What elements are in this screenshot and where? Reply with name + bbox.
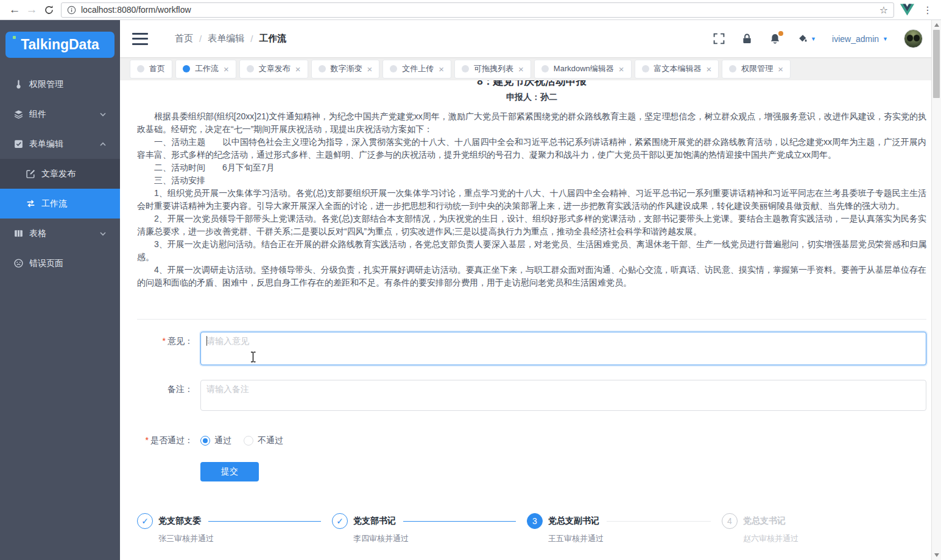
compose-icon bbox=[26, 169, 36, 179]
tag-article-publish[interactable]: 文章发布 × bbox=[239, 60, 308, 79]
doc-paragraph: 根据县委组织部(组织[20xx]21)文件通知精神，为纪念中国共产党建党xx周年… bbox=[137, 110, 926, 136]
close-icon[interactable]: × bbox=[295, 65, 301, 74]
fullscreen-button[interactable] bbox=[713, 33, 725, 45]
radio-reject[interactable]: 不通过 bbox=[244, 435, 283, 446]
step-number: 3 bbox=[527, 513, 543, 529]
radio-pass[interactable]: 通过 bbox=[200, 435, 231, 446]
scrollbar-thumb[interactable] bbox=[933, 30, 940, 98]
address-bar[interactable]: localhost:8080/form/workflow ☆ bbox=[61, 2, 894, 18]
application-document: 8：建党节庆祝活动申报 申报人：孙二 根据县委组织部(组织[20xx]21)文件… bbox=[137, 80, 926, 310]
sidebar-menu: 权限管理 组件 表单编辑 bbox=[0, 69, 120, 278]
remark-input[interactable] bbox=[201, 380, 926, 410]
browser-toolbar: ← → localhost:8080/form/workflow ☆ ⋮ bbox=[0, 0, 941, 20]
doc-paragraph: 三、活动安排 bbox=[137, 174, 926, 187]
app-logo: TalkingData bbox=[5, 32, 115, 58]
user-dropdown[interactable]: iview_admin ▼ bbox=[832, 34, 888, 44]
browser-reload-button[interactable] bbox=[40, 1, 57, 18]
doc-paragraph: 1、组织党员开展一次集体学习活动。各党(总)支部要组织开展一次集体学习讨论，重点… bbox=[137, 187, 926, 212]
browser-menu-icon[interactable]: ⋮ bbox=[923, 4, 932, 16]
close-icon[interactable]: × bbox=[619, 65, 624, 74]
radio-label: 通过 bbox=[214, 435, 231, 446]
chevron-up-icon bbox=[99, 141, 107, 148]
opened-tags-bar: 首页 工作流 × 文章发布 × 数字渐变 × 文件上传 × bbox=[120, 57, 941, 80]
logo-text: TalkingData bbox=[21, 37, 99, 53]
breadcrumb-form-edit[interactable]: 表单编辑 bbox=[208, 33, 244, 44]
tag-draggable-list[interactable]: 可拖拽列表 × bbox=[454, 60, 531, 79]
tag-workflow[interactable]: 工作流 × bbox=[175, 60, 236, 79]
sidebar-item-permissions[interactable]: 权限管理 bbox=[0, 69, 120, 99]
step-3-current: 3 党总支副书记 王五审核并通过 bbox=[527, 513, 722, 544]
bookmark-star-icon[interactable]: ☆ bbox=[879, 4, 888, 16]
browser-forward-button[interactable]: → bbox=[23, 1, 40, 18]
sidebar-submenu-form-edit: 文章发布 工作流 bbox=[0, 159, 120, 219]
tag-label: 首页 bbox=[149, 63, 165, 74]
checkbox-icon bbox=[13, 139, 24, 149]
close-icon[interactable]: × bbox=[439, 65, 444, 74]
sidebar-item-workflow[interactable]: 工作流 bbox=[0, 189, 120, 219]
tag-rich-text-editor[interactable]: 富文本编辑器 × bbox=[635, 60, 719, 79]
close-icon[interactable]: × bbox=[778, 65, 783, 74]
caret-down-icon: ▼ bbox=[811, 36, 816, 42]
error-face-icon bbox=[13, 258, 24, 268]
table-icon bbox=[13, 228, 24, 239]
step-title: 党支部支委 bbox=[158, 516, 201, 527]
user-avatar[interactable] bbox=[904, 29, 923, 48]
tag-label: 文件上传 bbox=[402, 63, 434, 74]
radio-circle bbox=[244, 436, 253, 446]
step-title: 党总支书记 bbox=[743, 516, 786, 527]
opinion-label: *意见： bbox=[137, 332, 200, 347]
chevron-down-icon bbox=[99, 230, 107, 237]
step-2: ✓ 党支部书记 李四审核并通过 bbox=[332, 513, 527, 544]
tag-label: 富文本编辑器 bbox=[654, 63, 702, 74]
theme-switch-button[interactable]: ▼ bbox=[797, 33, 816, 44]
thermometer-icon bbox=[13, 79, 24, 89]
tag-permissions[interactable]: 权限管理 × bbox=[722, 60, 791, 79]
sidebar-item-form-edit[interactable]: 表单编辑 bbox=[0, 129, 120, 159]
close-icon[interactable]: × bbox=[367, 65, 373, 74]
ibeam-cursor bbox=[250, 351, 256, 363]
sidebar-item-label: 错误页面 bbox=[29, 258, 63, 269]
pass-radio-group: 通过 不通过 bbox=[200, 435, 283, 446]
tag-label: 数字渐变 bbox=[331, 63, 362, 74]
scrollbar-down-arrow[interactable] bbox=[932, 551, 941, 559]
remark-textarea-wrap bbox=[200, 380, 926, 411]
sidebar-item-article-publish[interactable]: 文章发布 bbox=[0, 159, 120, 189]
page-scrollbar[interactable] bbox=[931, 20, 941, 560]
approval-steps: ✓ 党支部支委 张三审核并通过 ✓ 党支部书记 李四审核并通过 bbox=[137, 513, 926, 544]
sidebar-item-label: 表单编辑 bbox=[29, 139, 63, 150]
tag-markdown-editor[interactable]: Markdown编辑器 × bbox=[534, 60, 632, 79]
close-icon[interactable]: × bbox=[707, 65, 712, 74]
sidebar-item-tables[interactable]: 表格 bbox=[0, 219, 120, 248]
step-check-icon: ✓ bbox=[332, 513, 348, 529]
tag-home[interactable]: 首页 bbox=[130, 60, 172, 79]
lock-screen-button[interactable] bbox=[741, 33, 753, 45]
notification-badge bbox=[778, 31, 783, 36]
breadcrumb: 首页 / 表单编辑 / 工作流 bbox=[175, 33, 286, 44]
close-icon[interactable]: × bbox=[224, 65, 229, 74]
breadcrumb-home[interactable]: 首页 bbox=[175, 33, 193, 44]
document-title: 8：建党节庆祝活动申报 bbox=[137, 80, 926, 86]
sidebar-item-error-pages[interactable]: 错误页面 bbox=[0, 248, 120, 278]
logo-accent bbox=[13, 36, 16, 39]
info-icon[interactable] bbox=[67, 5, 76, 15]
required-mark: * bbox=[146, 435, 149, 445]
close-icon[interactable]: × bbox=[518, 65, 524, 74]
browser-back-button[interactable]: ← bbox=[6, 1, 23, 18]
opinion-input[interactable] bbox=[201, 332, 926, 365]
submit-button[interactable]: 提交 bbox=[200, 462, 259, 481]
layers-icon bbox=[13, 109, 24, 119]
tag-dot bbox=[729, 65, 736, 72]
scrollbar-up-arrow[interactable] bbox=[932, 21, 941, 29]
sidebar-item-components[interactable]: 组件 bbox=[0, 99, 120, 129]
step-number: 4 bbox=[722, 513, 738, 529]
breadcrumb-current: 工作流 bbox=[259, 33, 286, 44]
sidebar-collapse-button[interactable] bbox=[132, 33, 148, 45]
vue-devtools-icon[interactable] bbox=[900, 4, 914, 16]
url-text[interactable]: localhost:8080/form/workflow bbox=[81, 5, 879, 15]
tag-file-upload[interactable]: 文件上传 × bbox=[382, 60, 451, 79]
text-caret bbox=[206, 336, 207, 346]
notifications-button[interactable] bbox=[769, 33, 781, 45]
tag-count-to[interactable]: 数字渐变 × bbox=[311, 60, 380, 79]
step-connector bbox=[403, 521, 516, 522]
step-check-icon: ✓ bbox=[137, 513, 153, 529]
